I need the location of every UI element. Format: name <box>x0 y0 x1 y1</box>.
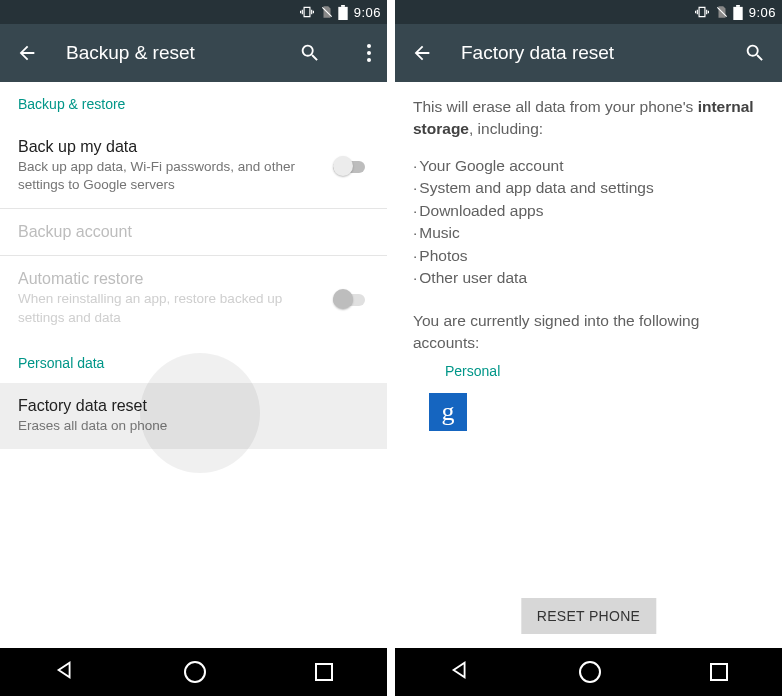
nav-home-icon[interactable] <box>184 661 206 683</box>
svg-rect-5 <box>736 5 740 7</box>
nav-recents-icon[interactable] <box>710 663 728 681</box>
no-sim-icon <box>715 5 729 19</box>
backup-restore-header: Backup & restore <box>0 82 387 124</box>
appbar: Backup & reset <box>0 24 387 82</box>
back-icon[interactable] <box>411 42 433 64</box>
reset-intro: This will erase all data from your phone… <box>413 98 698 115</box>
google-account-icon[interactable]: g <box>429 393 467 431</box>
appbar: Factory data reset <box>395 24 782 82</box>
page-title: Backup & reset <box>66 42 271 64</box>
backup-account-row: Backup account <box>0 209 387 255</box>
factory-reset-sub: Erases all data on phone <box>18 417 369 435</box>
backup-my-data-row[interactable]: Back up my data Back up app data, Wi-Fi … <box>0 124 387 208</box>
nav-home-icon[interactable] <box>579 661 601 683</box>
overflow-icon[interactable] <box>367 44 371 62</box>
svg-point-2 <box>367 44 371 48</box>
svg-rect-1 <box>338 6 347 19</box>
backup-account-title: Backup account <box>18 223 369 241</box>
factory-reset-row[interactable]: Factory data reset Erases all data on ph… <box>0 383 387 449</box>
vibrate-icon <box>693 5 711 19</box>
nav-back-icon[interactable] <box>54 659 76 685</box>
nav-recents-icon[interactable] <box>315 663 333 681</box>
search-icon[interactable] <box>744 42 766 64</box>
erase-list: Your Google account System and app data … <box>413 155 764 290</box>
back-icon[interactable] <box>16 42 38 64</box>
automatic-restore-row: Automatic restore When reinstalling an a… <box>0 256 387 340</box>
search-icon[interactable] <box>299 42 321 64</box>
status-bar: 9:06 <box>395 0 782 24</box>
svg-point-3 <box>367 51 371 55</box>
automatic-restore-sub: When reinstalling an app, restore backed… <box>18 290 321 326</box>
battery-icon <box>338 5 348 20</box>
svg-rect-6 <box>733 6 742 19</box>
signed-in-text: You are currently signed into the follow… <box>413 310 764 355</box>
automatic-restore-title: Automatic restore <box>18 270 321 288</box>
factory-reset-title: Factory data reset <box>18 397 369 415</box>
backup-toggle[interactable] <box>333 156 369 176</box>
nav-bar <box>0 648 387 696</box>
svg-rect-0 <box>341 5 345 7</box>
backup-my-data-title: Back up my data <box>18 138 321 156</box>
no-sim-icon <box>320 5 334 19</box>
battery-icon <box>733 5 743 20</box>
status-time: 9:06 <box>354 5 381 20</box>
page-title: Factory data reset <box>461 42 716 64</box>
restore-toggle <box>333 289 369 309</box>
backup-my-data-sub: Back up app data, Wi-Fi passwords, and o… <box>18 158 321 194</box>
nav-bar <box>395 648 782 696</box>
accounts-header: Personal <box>413 355 764 393</box>
reset-phone-button[interactable]: RESET PHONE <box>521 598 656 634</box>
nav-back-icon[interactable] <box>449 659 471 685</box>
status-time: 9:06 <box>749 5 776 20</box>
personal-data-header: Personal data <box>0 341 387 383</box>
status-bar: 9:06 <box>0 0 387 24</box>
svg-point-4 <box>367 58 371 62</box>
vibrate-icon <box>298 5 316 19</box>
reset-intro-after: , including: <box>469 120 543 137</box>
